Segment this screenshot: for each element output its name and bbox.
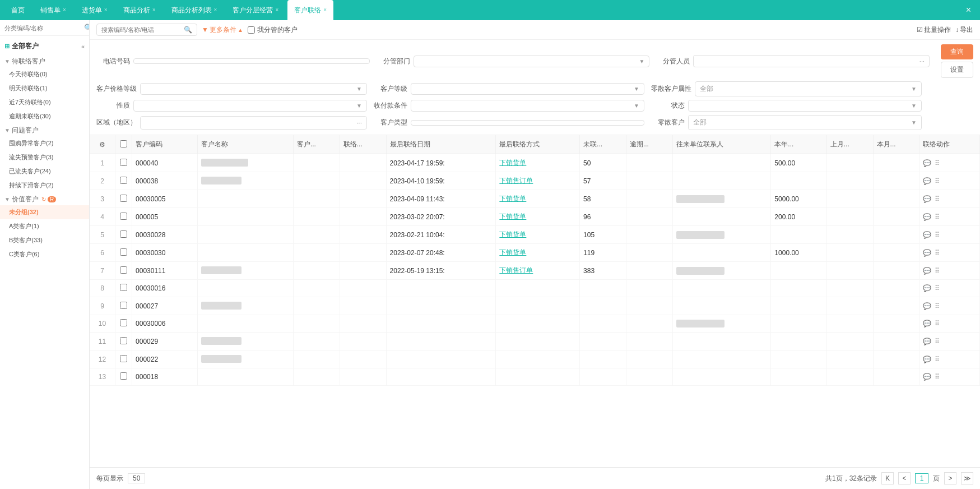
chat-icon[interactable]: 💬	[923, 159, 931, 167]
close-tab-analysis-list-icon[interactable]: ×	[214, 0, 217, 20]
more-icon[interactable]: ⠿	[935, 320, 940, 327]
more-icon[interactable]: ⠿	[935, 195, 940, 203]
row-checkbox[interactable]	[115, 280, 132, 297]
row-checkbox[interactable]	[115, 226, 132, 244]
row-checkbox[interactable]	[115, 297, 132, 315]
more-icon[interactable]: ⠿	[935, 338, 940, 345]
sidebar-item-churn-warn[interactable]: 流失预警客户(3)	[0, 150, 89, 164]
chat-icon[interactable]: 💬	[923, 302, 931, 310]
nav-tab-analysis[interactable]: 商品分析 ×	[117, 0, 162, 20]
region-more-icon[interactable]: ···	[356, 119, 362, 127]
row-last-method[interactable]: 下销货单	[496, 244, 580, 262]
row-last-method[interactable]: 下销售订单	[496, 262, 580, 280]
more-icon[interactable]: ⠿	[935, 213, 940, 221]
close-tab-customer-contact-icon[interactable]: ×	[323, 0, 327, 20]
row-last-method[interactable]: 下销售订单	[496, 172, 580, 190]
all-customers-header[interactable]: ⊞ 全部客户 «	[0, 38, 89, 54]
price-input[interactable]: ▼	[140, 83, 367, 95]
more-icon[interactable]: ⠿	[935, 177, 940, 185]
row-checkbox[interactable]	[115, 262, 132, 280]
row-last-method[interactable]: 下销货单	[496, 208, 580, 226]
chat-icon[interactable]: 💬	[923, 284, 931, 292]
query-button[interactable]: 查询	[941, 44, 973, 59]
row-last-method[interactable]: 下销货单	[496, 154, 580, 172]
close-tab-sales-icon[interactable]: ×	[63, 0, 66, 20]
sidebar-item-c-class[interactable]: C类客户(6)	[0, 247, 89, 261]
row-last-method[interactable]	[496, 333, 580, 350]
current-page[interactable]: 1	[915, 473, 928, 483]
nav-home[interactable]: 首页	[4, 0, 31, 20]
more-icon[interactable]: ⠿	[935, 302, 940, 310]
sidebar-item-churned[interactable]: 已流失客户(24)	[0, 164, 89, 178]
first-page-btn[interactable]: K	[881, 472, 894, 485]
row-checkbox[interactable]	[115, 368, 132, 386]
last-page-btn[interactable]: ≫	[961, 472, 973, 485]
my-customer-toggle[interactable]: 我分管的客户	[248, 25, 298, 35]
nav-tab-customer-tier[interactable]: 客户分层经营 ×	[226, 0, 285, 20]
payment-input[interactable]: ▼	[411, 100, 644, 112]
retail-cust-input[interactable]: 全部 ▼	[688, 115, 922, 130]
dept-input[interactable]: ▼	[414, 56, 650, 67]
person-more-icon[interactable]: ···	[919, 58, 925, 64]
more-icon[interactable]: ⠿	[935, 231, 940, 239]
row-checkbox[interactable]	[115, 154, 132, 172]
sidebar-item-a-class[interactable]: A类客户(1)	[0, 219, 89, 233]
nav-tab-sales[interactable]: 销售单 ×	[34, 0, 73, 20]
export-btn[interactable]: ↓ 导出	[955, 25, 973, 35]
sidebar-item-ungroup[interactable]: 未分组(32)	[0, 205, 89, 219]
sidebar-item-overdue[interactable]: 逾期未联络(30)	[0, 109, 89, 123]
row-checkbox[interactable]	[115, 350, 132, 368]
close-all-icon[interactable]: ×	[962, 5, 976, 15]
more-icon[interactable]: ⠿	[935, 267, 940, 275]
reset-button[interactable]: 设置	[941, 62, 973, 78]
page-size-value[interactable]: 50	[128, 473, 145, 483]
chat-icon[interactable]: 💬	[923, 231, 931, 239]
status-input[interactable]: ▼	[688, 100, 922, 112]
sidebar-item-today[interactable]: 今天待联络(0)	[0, 67, 89, 81]
sidebar-search-input[interactable]	[4, 25, 82, 31]
chat-icon[interactable]: 💬	[923, 267, 931, 275]
sidebar-item-declining[interactable]: 持续下滑客户(2)	[0, 178, 89, 192]
person-input[interactable]: ···	[693, 55, 930, 67]
chat-icon[interactable]: 💬	[923, 177, 931, 185]
more-icon[interactable]: ⠿	[935, 159, 940, 167]
row-last-method[interactable]: 下销货单	[496, 226, 580, 244]
cust-level-input[interactable]: ▼	[411, 83, 644, 95]
phone-input[interactable]	[133, 58, 370, 64]
nav-tab-purchase[interactable]: 进货单 ×	[75, 0, 114, 20]
row-checkbox[interactable]	[115, 333, 132, 350]
more-icon[interactable]: ⠿	[935, 284, 940, 292]
sidebar-item-b-class[interactable]: B类客户(33)	[0, 233, 89, 247]
sidebar-search-icon[interactable]: 🔍	[84, 24, 90, 32]
row-checkbox[interactable]	[115, 208, 132, 226]
chat-icon[interactable]: 💬	[923, 249, 931, 257]
chat-icon[interactable]: 💬	[923, 320, 931, 327]
row-last-method[interactable]	[496, 315, 580, 333]
checkbox-col-header[interactable]	[115, 135, 132, 154]
row-last-method[interactable]	[496, 280, 580, 297]
sidebar-item-abnormal[interactable]: 囤购异常客户(2)	[0, 136, 89, 150]
chat-icon[interactable]: 💬	[923, 213, 931, 221]
row-last-method[interactable]	[496, 368, 580, 386]
more-icon[interactable]: ⠿	[935, 249, 940, 257]
prev-page-btn[interactable]: <	[898, 472, 911, 485]
my-customer-checkbox[interactable]	[248, 26, 255, 34]
sidebar-item-7days[interactable]: 近7天待联络(0)	[0, 95, 89, 109]
next-page-btn[interactable]: >	[944, 472, 956, 485]
chat-icon[interactable]: 💬	[923, 195, 931, 203]
refresh-icon[interactable]: ↻	[41, 196, 46, 202]
settings-col-header[interactable]: ⚙	[90, 135, 115, 154]
nav-tab-customer-contact[interactable]: 客户联络 ×	[287, 0, 333, 20]
nav-tab-analysis-list[interactable]: 商品分析列表 ×	[165, 0, 224, 20]
select-all-checkbox[interactable]	[120, 140, 127, 147]
close-tab-analysis-icon[interactable]: ×	[152, 0, 156, 20]
chat-icon[interactable]: 💬	[923, 356, 931, 363]
close-tab-purchase-icon[interactable]: ×	[104, 0, 108, 20]
more-filter-btn[interactable]: ▼ 更多条件 ▲	[202, 25, 243, 35]
close-tab-customer-tier-icon[interactable]: ×	[275, 0, 278, 20]
more-icon[interactable]: ⠿	[935, 356, 940, 363]
more-icon[interactable]: ⠿	[935, 373, 940, 381]
row-checkbox[interactable]	[115, 190, 132, 208]
row-last-method[interactable]: 下销货单	[496, 190, 580, 208]
chat-icon[interactable]: 💬	[923, 373, 931, 381]
